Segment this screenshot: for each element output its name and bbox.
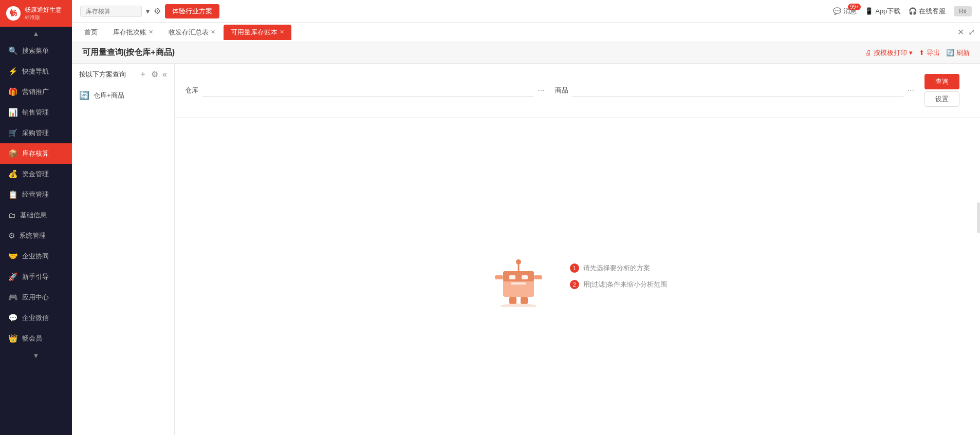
online-service-button[interactable]: 🎧 在线客服 [909,7,946,16]
warehouse-more-button[interactable]: ··· [538,86,544,95]
query-button[interactable]: 查询 [924,74,959,89]
main-area: ▾ ⚙ 体验行业方案 💬 消息 99+ 📱 App下载 🎧 在线客服 Rit 首… [72,0,980,435]
sidebar: 畅 畅康通好生意 标准版 ▲ 🔍 搜索菜单 ⚡ 快捷导航 🎁 营销推广 📊 销售… [0,0,72,435]
sidebar-header: 畅 畅康通好生意 标准版 [0,0,72,27]
svg-rect-2 [509,275,515,279]
sidebar-item-sales[interactable]: 📊 销售管理 [0,102,72,123]
svg-rect-9 [509,297,516,304]
tip-text-2: 用[过滤]条件来缩小分析范围 [583,280,667,289]
filter-settings-button[interactable]: ⚙ [151,69,158,79]
svg-rect-7 [495,275,503,279]
query-action-buttons: 查询 设置 [924,69,970,112]
sidebar-item-finance[interactable]: 💰 资金管理 [0,164,72,184]
tip-num-1: 1 [570,263,579,273]
empty-state: 1 请先选择要分析的方案 2 用[过滤]条件来缩小分析范围 [175,118,980,435]
sidebar-item-purchase[interactable]: 🛒 采购管理 [0,123,72,143]
page-title: 可用量查询(按仓库+商品) [82,47,175,58]
export-button[interactable]: ⬆ 导出 [919,48,940,58]
tab-available[interactable]: 可用量库存账本 ✕ [224,25,291,40]
tip-num-2: 2 [570,280,579,289]
tab-home[interactable]: 首页 [77,25,105,40]
tab-summary[interactable]: 收发存汇总表 ✕ [161,25,223,40]
content-area: 按以下方案查询 ＋ ⚙ « 🔄 仓库+商品 仓库 ··· [72,64,980,435]
operations-icon: 📋 [8,190,18,199]
sidebar-item-search[interactable]: 🔍 搜索菜单 [0,41,72,61]
warehouse-filter-group: 仓库 ··· [185,84,545,97]
industry-solution-button[interactable]: 体验行业方案 [165,4,219,18]
sidebar-item-wechat[interactable]: 💬 企业微信 [0,308,72,328]
refresh-button[interactable]: 🔄 刷新 [946,48,970,58]
tabs-right-actions: ✕ ⤢ [957,27,975,37]
cooperation-icon: 🤝 [8,252,18,261]
sidebar-item-cooperation[interactable]: 🤝 企业协同 [0,246,72,267]
top-header: ▾ ⚙ 体验行业方案 💬 消息 99+ 📱 App下载 🎧 在线客服 Rit [72,0,980,23]
sidebar-item-newbie[interactable]: 🚀 新手引导 [0,267,72,287]
svg-rect-4 [511,282,526,285]
tab-batch[interactable]: 库存批次账 ✕ [106,25,160,40]
user-avatar[interactable]: Rit [954,6,972,16]
shortcut-icon: ⚡ [8,67,18,76]
sidebar-item-operations[interactable]: 📋 经营管理 [0,184,72,205]
search-icon: 🔍 [8,46,18,55]
right-scroll-indicator[interactable] [977,202,980,233]
app-download-button[interactable]: 📱 App下载 [865,7,900,16]
svg-point-6 [516,259,521,264]
refresh-icon: 🔄 [946,49,954,56]
tab-maximize-button[interactable]: ⤢ [968,27,975,37]
empty-tip-1: 1 请先选择要分析的方案 [570,263,667,273]
filter-item-warehouse-goods[interactable]: 🔄 仓库+商品 [72,85,174,105]
sidebar-item-inventory[interactable]: 📦 库存核算 [0,143,72,164]
sidebar-item-basic[interactable]: 🗂 基础信息 [0,205,72,225]
header-left: ▾ ⚙ 体验行业方案 [80,4,828,18]
breadcrumb-input[interactable] [80,6,142,17]
filter-item-icon: 🔄 [79,90,89,100]
sidebar-item-shortcut[interactable]: ⚡ 快捷导航 [0,61,72,82]
svg-point-11 [501,304,537,307]
inventory-icon: 📦 [8,149,18,158]
filter-add-button[interactable]: ＋ [139,69,147,80]
filter-collapse-button[interactable]: « [162,70,167,79]
goods-input[interactable] [572,84,903,97]
page-actions: 🖨 按模板打印 ▾ ⬆ 导出 🔄 刷新 [865,48,970,58]
system-icon: ⚙ [8,231,15,240]
sidebar-item-member[interactable]: 👑 畅会员 [0,328,72,349]
wechat-icon: 💬 [8,313,18,323]
print-template-button[interactable]: 🖨 按模板打印 ▾ [865,48,913,58]
print-dropdown-icon: ▾ [909,49,913,56]
filter-item-label: 仓库+商品 [94,91,124,100]
goods-label: 商品 [555,86,568,95]
goods-more-button[interactable]: ··· [908,86,914,95]
goods-filter-group: 商品 ··· [555,84,915,97]
settings-gear-button[interactable]: ⚙ [154,6,161,16]
tab-available-close[interactable]: ✕ [280,29,284,35]
tabs-bar: 首页 库存批次账 ✕ 收发存汇总表 ✕ 可用量库存账本 ✕ ✕ ⤢ [72,23,980,42]
marketing-icon: 🎁 [8,87,18,97]
breadcrumb-dropdown-button[interactable]: ▾ [146,7,150,15]
print-icon: 🖨 [865,49,872,56]
service-icon: 🎧 [909,7,917,15]
message-button[interactable]: 💬 消息 99+ [833,7,857,16]
message-icon: 💬 [833,7,841,15]
warehouse-label: 仓库 [185,86,198,95]
filter-header-label: 按以下方案查询 [79,70,126,79]
sidebar-scroll-down[interactable]: ▼ [0,349,72,363]
newbie-icon: 🚀 [8,272,18,281]
sales-icon: 📊 [8,108,18,117]
filter-panel: 按以下方案查询 ＋ ⚙ « 🔄 仓库+商品 [72,64,175,435]
appcenter-icon: 🎮 [8,293,18,302]
member-icon: 👑 [8,334,18,343]
sidebar-item-appcenter[interactable]: 🎮 应用中心 [0,287,72,308]
tab-summary-close[interactable]: ✕ [211,29,215,35]
warehouse-input[interactable] [202,84,533,97]
query-settings-button[interactable]: 设置 [924,91,959,107]
sidebar-item-marketing[interactable]: 🎁 营销推广 [0,82,72,102]
tab-batch-close[interactable]: ✕ [149,29,153,35]
tab-close-window-button[interactable]: ✕ [957,27,964,37]
export-icon: ⬆ [919,49,924,56]
sidebar-scroll-up[interactable]: ▲ [0,27,72,41]
svg-rect-10 [521,297,528,304]
purchase-icon: 🛒 [8,128,18,138]
query-area: 仓库 ··· 商品 ··· 查询 设置 [175,64,980,435]
sidebar-item-system[interactable]: ⚙ 系统管理 [0,225,72,246]
svg-rect-3 [522,275,528,279]
